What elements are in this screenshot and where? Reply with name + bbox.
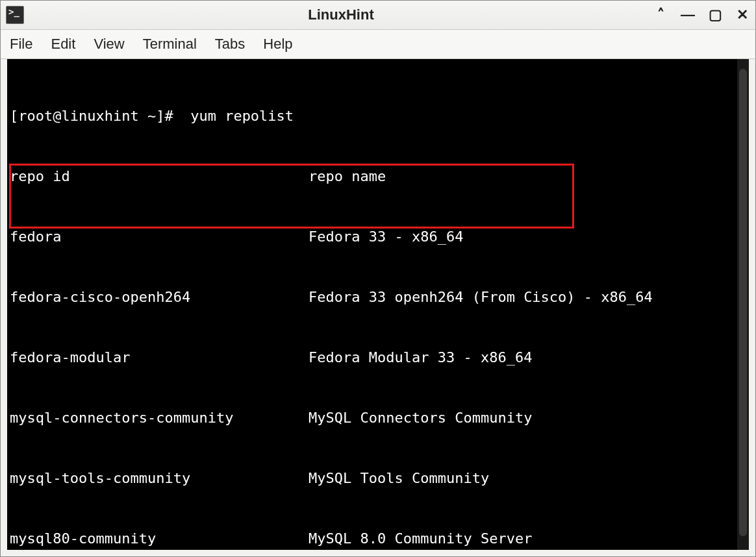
repo-name: Fedora 33 - x86_64 (309, 229, 463, 245)
repo-row: fedora-modularFedora Modular 33 - x86_64 (10, 347, 733, 367)
header-name: repo name (309, 168, 386, 184)
maximize-button[interactable]: ▢ (707, 6, 723, 23)
window-title: LinuxHint (29, 6, 653, 23)
rollup-button[interactable]: ˄ (653, 6, 668, 23)
repo-name: MySQL Tools Community (309, 470, 489, 486)
prompt: [root@linuxhint ~]# (10, 108, 182, 124)
repo-id: fedora-modular (10, 347, 309, 367)
menu-edit[interactable]: Edit (51, 36, 75, 53)
repo-id: mysql80-community (10, 528, 309, 549)
terminal-viewport[interactable]: [root@linuxhint ~]# yum repolist repo id… (7, 59, 749, 550)
menu-terminal[interactable]: Terminal (143, 36, 197, 53)
header-id: repo id (10, 166, 309, 186)
header-line: repo idrepo name (10, 166, 733, 186)
command: yum repolist (190, 108, 294, 124)
scrollbar-thumb[interactable] (739, 69, 747, 536)
repo-id: mysql-tools-community (10, 468, 309, 488)
repo-name: MySQL Connectors Community (309, 410, 532, 426)
menubar: File Edit View Terminal Tabs Help (1, 30, 755, 59)
menu-help[interactable]: Help (263, 36, 292, 53)
close-button[interactable]: ✕ (735, 6, 750, 23)
terminal-text[interactable]: [root@linuxhint ~]# yum repolist repo id… (7, 59, 736, 550)
repo-id: fedora-cisco-openh264 (10, 287, 309, 307)
repo-row: fedoraFedora 33 - x86_64 (10, 227, 733, 247)
repo-id: mysql-connectors-community (10, 408, 309, 428)
menu-view[interactable]: View (94, 36, 124, 53)
terminal-app-icon (6, 6, 24, 24)
repo-name: Fedora Modular 33 - x86_64 (309, 349, 532, 365)
prompt-line: [root@linuxhint ~]# yum repolist (10, 106, 733, 126)
repo-row: mysql80-communityMySQL 8.0 Community Ser… (10, 528, 733, 549)
window-controls: ˄ — ▢ ✕ (653, 6, 750, 23)
titlebar: LinuxHint ˄ — ▢ ✕ (1, 1, 755, 30)
repo-id: fedora (10, 227, 309, 247)
terminal-window: LinuxHint ˄ — ▢ ✕ File Edit View Termina… (0, 0, 756, 557)
minimize-button[interactable]: — (680, 6, 696, 23)
repo-name: Fedora 33 openh264 (From Cisco) - x86_64 (309, 289, 653, 305)
repo-row: mysql-connectors-communityMySQL Connecto… (10, 408, 733, 428)
repo-row: fedora-cisco-openh264Fedora 33 openh264 … (10, 287, 733, 307)
menu-tabs[interactable]: Tabs (215, 36, 245, 53)
repo-row: mysql-tools-communityMySQL Tools Communi… (10, 468, 733, 488)
menu-file[interactable]: File (10, 36, 32, 53)
repo-name: MySQL 8.0 Community Server (309, 530, 532, 547)
scrollbar[interactable] (737, 59, 749, 550)
